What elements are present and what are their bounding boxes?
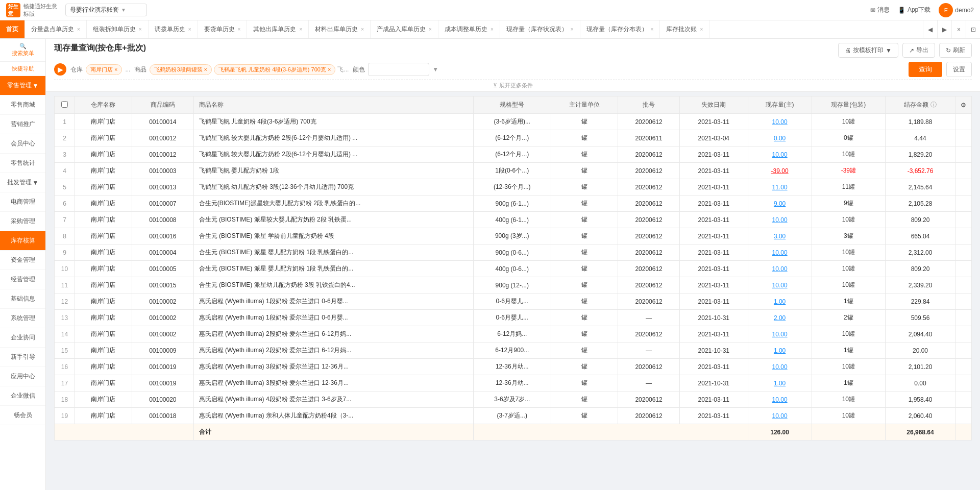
messages-button[interactable]: ✉ 消息 bbox=[870, 6, 890, 14]
row-qty-main[interactable]: 9.00 bbox=[748, 195, 812, 212]
expand-arrow-button[interactable]: ▶ bbox=[54, 63, 66, 76]
refresh-button[interactable]: ↻ 刷新 bbox=[939, 43, 972, 58]
user-menu[interactable]: E demo2 bbox=[939, 3, 974, 17]
tab-9[interactable]: 现存量（库存状况表） × bbox=[500, 20, 580, 39]
close-icon[interactable]: × bbox=[429, 27, 432, 32]
row-qty-main[interactable]: 10.00 bbox=[748, 212, 812, 228]
sidebar-item-retail-stat[interactable]: 零售统计 bbox=[0, 154, 45, 173]
close-icon[interactable]: × bbox=[361, 27, 364, 32]
close-icon[interactable]: × bbox=[188, 27, 191, 32]
tab-8[interactable]: 成本调整单历史 × bbox=[438, 20, 500, 39]
close-icon[interactable]: × bbox=[139, 27, 142, 32]
tab-2[interactable]: 组装拆卸单历史 × bbox=[87, 20, 149, 39]
close-icon[interactable]: × bbox=[571, 27, 574, 32]
export-button[interactable]: ↗ 导出 bbox=[902, 43, 935, 58]
row-qty-main[interactable]: 11.00 bbox=[748, 179, 812, 195]
row-unit: 罐 bbox=[551, 228, 618, 244]
row-qty-main[interactable]: -39.00 bbox=[748, 163, 812, 179]
sidebar-item-vip[interactable]: 畅会员 bbox=[0, 406, 45, 425]
row-qty-main[interactable]: 10.00 bbox=[748, 408, 812, 424]
expand-more-conditions[interactable]: ⊻ 展开更多条件 bbox=[54, 79, 972, 91]
sidebar-item-system[interactable]: 系统管理 bbox=[0, 309, 45, 328]
sidebar-item-ecommerce[interactable]: 电商管理 bbox=[0, 192, 45, 212]
sidebar-item-operations[interactable]: 经营管理 bbox=[0, 270, 45, 289]
print-button[interactable]: 🖨 按模板打印 ▼ bbox=[838, 43, 898, 58]
product-more[interactable]: 飞... bbox=[337, 65, 349, 74]
warehouse-more[interactable]: ... bbox=[125, 66, 130, 73]
sidebar-item-inventory[interactable]: 库存核算 bbox=[0, 231, 45, 251]
tab-4[interactable]: 要货单历史 × bbox=[198, 20, 248, 39]
sidebar-search[interactable]: 🔍 搜索菜单 bbox=[0, 39, 45, 62]
row-qty-main[interactable]: 1.00 bbox=[748, 342, 812, 359]
row-qty-main[interactable]: 10.00 bbox=[748, 391, 812, 408]
row-qty-main[interactable]: 10.00 bbox=[748, 261, 812, 277]
nav-prev-button[interactable]: ◀ bbox=[923, 20, 937, 39]
nav-maximize-button[interactable]: ⊡ bbox=[966, 20, 980, 39]
tab-1[interactable]: 分量盘点单历史 × bbox=[25, 20, 87, 39]
row-expire: 2021-03-11 bbox=[679, 228, 748, 244]
sidebar-item-enterprise-wechat[interactable]: 企业微信 bbox=[0, 386, 45, 406]
close-icon[interactable]: × bbox=[238, 27, 241, 32]
row-qty-main[interactable]: 10.00 bbox=[748, 146, 812, 163]
tab-7[interactable]: 产成品入库单历史 × bbox=[371, 20, 438, 39]
setting-button[interactable]: 设置 bbox=[946, 62, 972, 77]
row-qty-main[interactable]: 10.00 bbox=[748, 277, 812, 293]
row-qty-main[interactable]: 10.00 bbox=[748, 244, 812, 261]
close-icon[interactable]: × bbox=[700, 27, 703, 32]
sidebar-item-retail[interactable]: 零售管理 ▼ bbox=[0, 76, 45, 95]
sidebar-item-enterprise[interactable]: 企业协同 bbox=[0, 328, 45, 348]
query-button[interactable]: 查询 bbox=[909, 62, 942, 77]
row-qty-main[interactable]: 0.00 bbox=[748, 130, 812, 146]
info-icon[interactable]: ⓘ bbox=[930, 101, 937, 108]
close-icon[interactable]: × bbox=[299, 27, 302, 32]
sidebar-item-basic[interactable]: 基础信息 bbox=[0, 289, 45, 309]
row-num: 11 bbox=[55, 277, 75, 293]
sidebar-item-guide[interactable]: 新手引导 bbox=[0, 348, 45, 367]
tab-11[interactable]: 库存批次账 × bbox=[660, 20, 709, 39]
remove-tag-icon[interactable]: × bbox=[328, 66, 331, 72]
select-all-checkbox[interactable] bbox=[61, 101, 68, 108]
color-input[interactable] bbox=[368, 63, 429, 76]
row-qty-main[interactable]: 1.00 bbox=[748, 293, 812, 310]
sidebar-quick-nav[interactable]: 快捷导航 bbox=[0, 62, 45, 76]
app-download-button[interactable]: 📱 App下载 bbox=[898, 6, 930, 14]
row-qty-main[interactable]: 2.00 bbox=[748, 310, 812, 326]
sidebar-item-retail-shop[interactable]: 零售商城 bbox=[0, 95, 45, 115]
row-expire: 2021-03-11 bbox=[679, 163, 748, 179]
close-icon[interactable]: × bbox=[491, 27, 494, 32]
row-qty-main[interactable]: 3.00 bbox=[748, 228, 812, 244]
sidebar-item-purchase[interactable]: 采购管理 bbox=[0, 212, 45, 231]
col-settings[interactable]: ⚙ bbox=[955, 96, 972, 114]
row-batch: 20200612 bbox=[618, 212, 680, 228]
row-qty-main[interactable]: 10.00 bbox=[748, 359, 812, 375]
warehouse-tag-0[interactable]: 南岸门店 × bbox=[86, 64, 122, 75]
sidebar-item-finance[interactable]: 资金管理 bbox=[0, 251, 45, 270]
remove-tag-icon[interactable]: × bbox=[114, 66, 117, 72]
remove-tag-icon[interactable]: × bbox=[204, 66, 207, 72]
row-spec: 3-6岁及7岁... bbox=[473, 391, 551, 408]
checkbox-header[interactable] bbox=[55, 96, 75, 114]
nav-close-button[interactable]: × bbox=[951, 20, 966, 39]
row-num: 16 bbox=[55, 359, 75, 375]
sidebar-item-app-center[interactable]: 应用中心 bbox=[0, 367, 45, 386]
tab-3[interactable]: 调拨单历史 × bbox=[149, 20, 198, 39]
tab-10[interactable]: 现存量（库存分布表） × bbox=[580, 20, 660, 39]
row-qty-main[interactable]: 10.00 bbox=[748, 114, 812, 130]
enterprise-selector[interactable]: 母婴行业演示账套 ▼ bbox=[65, 4, 147, 16]
sidebar-item-wholesale[interactable]: 批发管理 ▼ bbox=[0, 173, 45, 192]
row-batch: 20200612 bbox=[618, 261, 680, 277]
row-qty-main[interactable]: 10.00 bbox=[748, 326, 812, 342]
tab-5[interactable]: 其他出库单历史 × bbox=[247, 20, 309, 39]
close-icon[interactable]: × bbox=[651, 27, 654, 32]
row-qty-main[interactable]: 1.00 bbox=[748, 375, 812, 391]
close-icon[interactable]: × bbox=[77, 27, 80, 32]
sidebar-item-marketing[interactable]: 营销推广 bbox=[0, 115, 45, 134]
tab-6[interactable]: 材料出库单历史 × bbox=[309, 20, 371, 39]
nav-next-button[interactable]: ▶ bbox=[937, 20, 951, 39]
row-spec: 400g (0-6...) bbox=[473, 261, 551, 277]
tab-home[interactable]: 首页 bbox=[0, 20, 25, 39]
product-tag-0[interactable]: 飞鹤奶粉3段两罐装 × bbox=[150, 64, 212, 75]
sidebar-item-member[interactable]: 会员中心 bbox=[0, 134, 45, 154]
product-tag-1[interactable]: 飞鹤星飞帆 儿童奶粉 4段(3-6岁适用) 700克 × bbox=[214, 64, 335, 75]
chevron-down-icon: ▼ bbox=[121, 7, 126, 13]
